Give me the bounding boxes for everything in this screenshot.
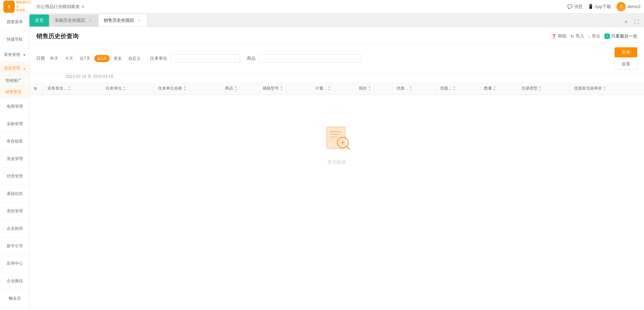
sidebar-item-marketing-promo[interactable]: 营销推广 bbox=[0, 75, 29, 87]
th-goods[interactable]: 商品 ▲▼ bbox=[221, 82, 259, 95]
th-discount1-sort-icon: ▲▼ bbox=[409, 86, 412, 91]
filter-bar: 日期 昨天 今天 近7天 近1月 更多 自定义 往来单位 ··· bbox=[30, 43, 644, 74]
th-discount2-label: 优惠... bbox=[440, 86, 451, 91]
svg-text:6: 6 bbox=[8, 4, 10, 9]
tab-sales-history-close-icon[interactable]: × bbox=[137, 18, 142, 23]
purchase-mgmt-label: 采购管理 bbox=[7, 121, 23, 127]
user-profile-button[interactable]: D demo2 bbox=[616, 2, 641, 11]
sidebar-item-member[interactable]: 畅会员 bbox=[0, 290, 29, 307]
sidebar-item-wholesale-mgmt[interactable]: 批发管理 ▴ bbox=[0, 62, 29, 75]
sidebar-item-search-menu[interactable]: 搜索菜单 bbox=[0, 13, 29, 31]
export-button[interactable]: ↓ 导出 bbox=[588, 33, 601, 39]
th-discount2-sort-icon: ▲▼ bbox=[453, 86, 455, 91]
th-biz-date[interactable]: 业务发生... ▲▼ bbox=[43, 82, 102, 95]
goods-input-wrap: ··· bbox=[258, 54, 362, 63]
tab-sales-history[interactable]: 销售历史价跟踪 × bbox=[98, 14, 147, 27]
th-partner-name-label: 往来单位名称 bbox=[158, 86, 182, 91]
partner-input-wrap: ··· bbox=[170, 54, 240, 63]
sidebar-item-ops-mgmt[interactable]: 经营管理 bbox=[0, 168, 29, 185]
sidebar-item-inventory-check[interactable]: 库存核算 bbox=[0, 133, 29, 150]
sales-mgmt-label: 销售管理 bbox=[5, 89, 21, 95]
sidebar-item-new-user-guide[interactable]: 新手引导 bbox=[0, 238, 29, 255]
workspace-selector[interactable]: 办公用品行业模拟账套 ▾ bbox=[36, 4, 84, 10]
goods-dots-icon[interactable]: ··· bbox=[355, 56, 359, 61]
th-pretax-price[interactable]: 优惠前无税单价 ▲▼ bbox=[570, 82, 644, 95]
date-btn-last1month[interactable]: 近1月 bbox=[94, 55, 110, 62]
tab-close-all-button[interactable]: × bbox=[621, 17, 631, 27]
empty-state: 暂无数据 bbox=[30, 95, 644, 192]
svg-rect-3 bbox=[329, 131, 341, 132]
main-layout: 搜索菜单 快捷导航 零售管理 ▾ 批发管理 ▴ 营销推广 销售管理 电商管理 采… bbox=[0, 13, 644, 310]
sidebar-item-system-mgmt[interactable]: 系统管理 bbox=[0, 203, 29, 220]
th-unit[interactable]: 计量... ▲▼ bbox=[311, 82, 355, 95]
finance-mgmt-label: 资金管理 bbox=[7, 156, 23, 162]
query-button[interactable]: 查询 bbox=[614, 47, 637, 57]
tab-purchase-history-close-icon[interactable]: × bbox=[88, 18, 93, 23]
tab-purchase-history[interactable]: 采购历史价跟踪 × bbox=[49, 14, 98, 27]
sidebar-item-retail-mgmt[interactable]: 零售管理 ▾ bbox=[0, 48, 29, 62]
messages-button[interactable]: 💬 消息 bbox=[567, 4, 583, 10]
content-area: 首页 采购历史价跟踪 × 销售历史价跟踪 × × ⛶ 销售历史价查询 bbox=[30, 13, 644, 310]
sidebar-item-ecom-mgmt[interactable]: 电商管理 bbox=[0, 98, 29, 115]
th-partner-name[interactable]: 往来单位名称 ▲▼ bbox=[154, 82, 221, 95]
th-quote-sort-icon: ▲▼ bbox=[368, 86, 371, 91]
app-download-button[interactable]: 📱 App下载 bbox=[588, 4, 611, 10]
data-table: ⚙ 业务发生... ▲▼ bbox=[30, 82, 644, 95]
date-btn-custom[interactable]: 自定义 bbox=[126, 55, 143, 62]
app-logo-icon: 6 bbox=[3, 1, 15, 13]
goods-input[interactable] bbox=[261, 56, 355, 61]
tab-home[interactable]: 首页 bbox=[30, 14, 49, 27]
sidebar-item-enterprise-wechat[interactable]: 企业微信 bbox=[0, 272, 29, 290]
partner-dots-icon[interactable]: ··· bbox=[233, 56, 237, 61]
sidebar-item-app-center[interactable]: 应用中心 bbox=[0, 255, 29, 272]
help-button[interactable]: ❓ 帮助 bbox=[551, 33, 567, 39]
th-discount1[interactable]: 优惠... ▲▼ bbox=[392, 82, 436, 95]
sidebar-item-enterprise-collab[interactable]: 企业协同 bbox=[0, 220, 29, 238]
th-trade-type-sort-icon: ▲▼ bbox=[539, 86, 542, 91]
th-trade-type[interactable]: 交易类型 ▲▼ bbox=[517, 82, 570, 95]
help-label: 帮助 bbox=[558, 33, 567, 39]
th-partner-code[interactable]: 往来单位 ▲▼ bbox=[102, 82, 154, 95]
th-quote[interactable]: 报价 ▲▼ bbox=[355, 82, 392, 95]
date-btn-today[interactable]: 今天 bbox=[62, 55, 76, 62]
date-btn-more[interactable]: 更多 bbox=[111, 55, 124, 62]
tab-home-label: 首页 bbox=[35, 17, 44, 23]
th-biz-date-label: 业务发生... bbox=[47, 86, 67, 91]
date-btn-yesterday[interactable]: 昨天 bbox=[48, 55, 61, 62]
sidebar-item-purchase-mgmt[interactable]: 采购管理 bbox=[0, 115, 29, 133]
only-last-checkbox-wrap[interactable]: ✓ 只看最后一次 bbox=[604, 33, 637, 39]
import-button[interactable]: ↻ 导入 bbox=[571, 33, 584, 39]
header-right: 💬 消息 📱 App下载 D demo2 bbox=[567, 2, 641, 11]
th-unit-label: 计量... bbox=[315, 86, 327, 91]
user-avatar: D bbox=[616, 2, 626, 11]
tab-maximize-button[interactable]: ⛶ bbox=[632, 17, 641, 27]
date-filter-group: 日期 昨天 今天 近7天 近1月 更多 自定义 bbox=[36, 55, 143, 62]
th-settings[interactable]: ⚙ bbox=[30, 82, 43, 95]
date-filter-label: 日期 bbox=[36, 55, 45, 61]
th-qty-sort-icon: ▲▼ bbox=[493, 86, 496, 91]
th-qty[interactable]: 数量 ▲▼ bbox=[480, 82, 517, 95]
logo-area: 6 畅捷通好生意 标准版 bbox=[3, 1, 33, 13]
th-discount2[interactable]: 优惠... ▲▼ bbox=[436, 82, 480, 95]
th-partner-code-sort-icon: ▲▼ bbox=[123, 86, 126, 91]
date-btn-last7days[interactable]: 近7天 bbox=[77, 55, 93, 62]
svg-rect-4 bbox=[329, 134, 339, 135]
sidebar-item-sales-mgmt[interactable]: 销售管理 bbox=[0, 87, 29, 98]
quick-nav-label: 快捷导航 bbox=[7, 37, 23, 42]
app-download-label: App下载 bbox=[595, 4, 611, 10]
sidebar-item-finance-mgmt[interactable]: 资金管理 bbox=[0, 150, 29, 168]
goods-filter-label: 商品 bbox=[247, 55, 256, 61]
th-partner-code-label: 往来单位 bbox=[106, 86, 122, 91]
export-icon: ↓ bbox=[588, 34, 591, 39]
th-spec[interactable]: 规格型号 ▲▼ bbox=[259, 82, 311, 95]
ecom-mgmt-label: 电商管理 bbox=[7, 104, 23, 109]
settings-button[interactable]: 设置 bbox=[614, 59, 637, 69]
tab-bar: 首页 采购历史价跟踪 × 销售历史价跟踪 × × ⛶ bbox=[30, 13, 644, 27]
tab-purchase-history-label: 采购历史价跟踪 bbox=[55, 17, 85, 23]
partner-input[interactable] bbox=[173, 56, 233, 61]
page-content: 销售历史价查询 ❓ 帮助 ↻ 导入 ↓ 导出 ✓ bbox=[30, 27, 644, 310]
marketing-promo-label: 营销推广 bbox=[5, 78, 21, 84]
date-range-display: 2023-02-18 至 2023-03-18 bbox=[30, 74, 644, 82]
sidebar-item-quick-nav[interactable]: 快捷导航 bbox=[0, 31, 29, 48]
sidebar-item-basic-info[interactable]: 基础信息 bbox=[0, 185, 29, 203]
